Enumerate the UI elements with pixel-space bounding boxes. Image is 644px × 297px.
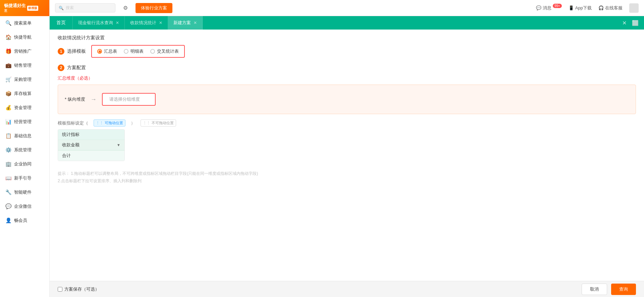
sidebar-item-label: 快捷导航 <box>14 34 32 40</box>
sidebar-item-label: 系统管理 <box>14 147 32 153</box>
dimension-row: * 纵向维度 → 请选择分组维度 <box>65 93 629 106</box>
logo-sub: 意 <box>4 8 26 13</box>
tab-receipt-stats[interactable]: 收款情况统计 ✕ <box>125 16 168 30</box>
radio-detail-label: 明细表 <box>130 48 144 54</box>
tab-bank-flow-label: 现金银行流水查询 <box>78 20 113 26</box>
radio-detail[interactable]: 明细表 <box>124 48 144 54</box>
sidebar-item-label: 畅会员 <box>14 217 27 224</box>
arrow-icon: → <box>91 96 97 103</box>
radio-summary-btn[interactable] <box>97 49 102 54</box>
dimension-area: * 纵向维度 → 请选择分组维度 <box>58 85 636 114</box>
tabbar: 首页 现金银行流水查询 ✕ 收款情况统计 ✕ 新建方案 ✕ ✕ ⬜ <box>50 16 644 30</box>
tab-new-plan[interactable]: 新建方案 ✕ <box>168 16 203 30</box>
member-icon: 👤 <box>5 217 11 224</box>
user-avatar[interactable] <box>629 3 639 13</box>
marketing-icon: 🎁 <box>5 48 11 54</box>
dimension-label: 汇总维度（必选） <box>58 75 636 81</box>
sidebar-item-sales[interactable]: 💼 销售管理 <box>0 58 49 72</box>
sidebar-item-search-menu[interactable]: 🔍 搜索菜单 <box>0 16 49 30</box>
section1-num: 1 <box>58 48 64 55</box>
base-info-icon: 📋 <box>5 133 11 139</box>
section2: 2 方案配置 汇总维度（必选） * 纵向维度 → 请选择分组维度 <box>58 64 636 185</box>
tab-home[interactable]: 首页 <box>50 16 73 30</box>
indicators-label: 模板指标设定（ ⋮⋮ 可拖动位置 ） ⋮⋮ 不可拖动位置 <box>58 119 636 127</box>
sidebar-item-finance[interactable]: 💰 资金管理 <box>0 101 49 115</box>
sidebar-item-label: 营销推广 <box>14 48 32 54</box>
tab-receipt-stats-close[interactable]: ✕ <box>159 20 162 25</box>
tab-bank-flow[interactable]: 现金银行流水查询 ✕ <box>73 16 125 30</box>
sidebar-item-operations[interactable]: 📊 经营管理 <box>0 115 49 129</box>
draggable-tag: ⋮⋮ 可拖动位置 <box>94 119 125 127</box>
page-title: 收款情况统计方案设置 <box>58 35 636 45</box>
tab-maximize-icon[interactable]: ⬜ <box>631 18 640 28</box>
sidebar-item-inventory[interactable]: 📦 库存核算 <box>0 87 49 101</box>
radio-detail-btn[interactable] <box>124 49 128 54</box>
footer: 方案保存（可选） 取消 查询 <box>50 281 644 297</box>
message-icon: 💬 <box>536 5 541 10</box>
radio-summary[interactable]: 汇总表 <box>97 48 117 54</box>
no-drag-indicator-icon: ⋮⋮ <box>143 121 150 125</box>
sidebar-item-base-info[interactable]: 📋 基础信息 <box>0 129 49 143</box>
sidebar-item-quick-nav[interactable]: 🏠 快捷导航 <box>0 30 49 44</box>
support-button[interactable]: 🎧 在线客服 <box>598 5 623 11</box>
indicators-section: 模板指标设定（ ⋮⋮ 可拖动位置 ） ⋮⋮ 不可拖动位置 统计指标 <box>58 119 636 162</box>
newbie-icon: 📖 <box>5 175 11 181</box>
tab-bank-flow-close[interactable]: ✕ <box>116 20 119 25</box>
tabbar-actions: ✕ ⬜ <box>621 18 644 28</box>
tab-new-plan-close[interactable]: ✕ <box>194 20 197 25</box>
radio-cross-btn[interactable] <box>150 49 155 54</box>
indicator-separator: ） <box>131 120 135 126</box>
sidebar-item-enterprise-wechat[interactable]: 💬 企业微信 <box>0 199 49 213</box>
message-button[interactable]: 💬 消息 99+ <box>536 5 562 11</box>
sidebar-item-label: 企业微信 <box>14 203 32 209</box>
sidebar-item-system[interactable]: ⚙️ 系统管理 <box>0 143 49 157</box>
logo-text: 畅捷通好生 <box>4 3 26 8</box>
dimension-select[interactable]: 请选择分组维度 <box>102 93 156 106</box>
trial-button[interactable]: 体验行业方案 <box>136 3 172 13</box>
sidebar-logo: 畅捷通好生 意 标准版 <box>0 0 49 16</box>
vertical-dim-label: * 纵向维度 <box>65 96 85 102</box>
content-area: 收款情况统计方案设置 1 选择模板 汇总表 明细表 交叉统计 <box>50 30 644 281</box>
sidebar-item-label: 企业协同 <box>14 161 32 167</box>
sidebar-item-label: 搜索菜单 <box>14 20 32 26</box>
chevron-down-icon: ▼ <box>117 143 120 147</box>
edition-tag: 标准版 <box>27 6 38 11</box>
stats-table-header: 统计指标 <box>58 130 124 140</box>
sidebar: 畅捷通好生 意 标准版 🔍 搜索菜单 🏠 快捷导航 🎁 营销推广 💼 销售管理 … <box>0 0 50 297</box>
support-label: 在线客服 <box>605 5 623 11</box>
section2-num: 2 <box>58 64 64 71</box>
main-area: 🔍 搜索 ⚙ 体验行业方案 💬 消息 99+ 📱 App下载 🎧 在线客服 首页 <box>50 0 644 297</box>
stats-col-header[interactable]: 收款金额 ▼ <box>58 140 124 150</box>
hints-area: 提示： 1.拖动标题栏可以调整布局，不可跨维度或指标区域拖动栏目字段(只能在同一… <box>58 170 636 185</box>
tab-close-all-icon[interactable]: ✕ <box>621 18 628 28</box>
tab-receipt-stats-label: 收款情况统计 <box>130 20 156 26</box>
query-button[interactable]: 查询 <box>611 284 636 295</box>
radio-summary-label: 汇总表 <box>104 48 117 54</box>
settings-icon[interactable]: ⚙ <box>121 3 130 13</box>
section1-title: 选择模板 <box>67 48 86 54</box>
radio-cross[interactable]: 交叉统计表 <box>150 48 179 54</box>
purchase-icon: 🛒 <box>5 77 11 83</box>
cancel-button[interactable]: 取消 <box>582 284 607 295</box>
download-label: App下载 <box>575 5 592 11</box>
support-icon: 🎧 <box>598 5 604 10</box>
tab-new-plan-label: 新建方案 <box>173 20 191 26</box>
radio-cross-label: 交叉统计表 <box>157 48 179 54</box>
enterprise-collab-icon: 🏢 <box>5 161 11 167</box>
sidebar-item-member[interactable]: 👤 畅会员 <box>0 213 49 228</box>
sidebar-item-enterprise-collab[interactable]: 🏢 企业协同 <box>0 157 49 171</box>
topbar: 🔍 搜索 ⚙ 体验行业方案 💬 消息 99+ 📱 App下载 🎧 在线客服 <box>50 0 644 16</box>
message-badge: 99+ <box>553 4 562 8</box>
save-checkbox[interactable] <box>58 287 62 292</box>
sidebar-item-marketing[interactable]: 🎁 营销推广 <box>0 44 49 58</box>
sales-icon: 💼 <box>5 62 11 68</box>
save-label: 方案保存（可选） <box>64 286 99 292</box>
content-inner: 收款情况统计方案设置 1 选择模板 汇总表 明细表 交叉统计 <box>50 30 644 281</box>
sidebar-item-smart-hardware[interactable]: 🔧 智能硬件 <box>0 185 49 199</box>
sidebar-item-purchase[interactable]: 🛒 采购管理 <box>0 72 49 87</box>
topbar-search[interactable]: 🔍 搜索 <box>55 3 115 12</box>
sidebar-item-newbie[interactable]: 📖 新手引导 <box>0 171 49 185</box>
app-download-button[interactable]: 📱 App下载 <box>569 5 592 11</box>
sidebar-item-label: 资金管理 <box>14 105 32 111</box>
topbar-right: 💬 消息 99+ 📱 App下载 🎧 在线客服 <box>536 3 639 13</box>
